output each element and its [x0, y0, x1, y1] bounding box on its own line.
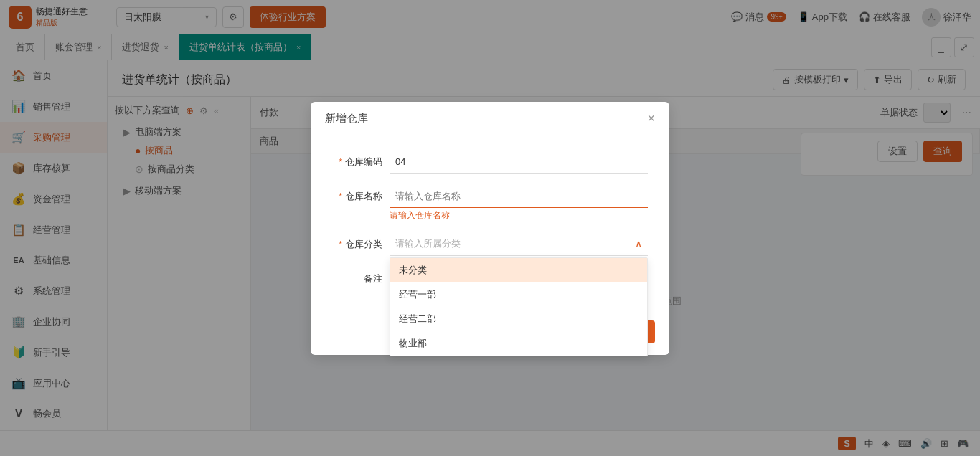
dropdown-item-0[interactable]: 未分类 — [390, 258, 647, 282]
warehouse-name-label: 仓库名称 — [332, 185, 382, 208]
category-chevron-icon: ∧ — [635, 238, 642, 250]
dialog: 新增仓库 × 仓库编码 仓库名称 请输入仓库名称 仓库分类 — [311, 102, 669, 355]
dialog-header: 新增仓库 × — [311, 102, 669, 136]
dropdown-item-3[interactable]: 物业部 — [390, 331, 647, 356]
remark-label: 备注 — [332, 267, 382, 290]
warehouse-name-input[interactable] — [390, 185, 648, 208]
warehouse-category-label: 仓库分类 — [332, 233, 382, 256]
dropdown-item-1[interactable]: 经营一部 — [390, 282, 647, 307]
category-dropdown-menu: 未分类 经营一部 经营二部 物业部 — [390, 257, 648, 356]
warehouse-code-label: 仓库编码 — [332, 151, 382, 174]
dialog-body: 仓库编码 仓库名称 请输入仓库名称 仓库分类 请输入所属分类 — [311, 136, 669, 313]
warehouse-name-error: 请输入仓库名称 — [390, 209, 648, 222]
form-row-code: 仓库编码 — [332, 151, 648, 174]
warehouse-code-field — [390, 151, 648, 174]
warehouse-category-field: 请输入所属分类 ∧ 未分类 经营一部 经营二部 物业部 — [390, 233, 648, 256]
form-row-category: 仓库分类 请输入所属分类 ∧ 未分类 经营一部 经营二部 物业部 — [332, 233, 648, 256]
warehouse-code-input[interactable] — [390, 151, 648, 174]
warehouse-name-field: 请输入仓库名称 — [390, 185, 648, 222]
dropdown-item-2[interactable]: 经营二部 — [390, 307, 647, 331]
form-row-name: 仓库名称 请输入仓库名称 — [332, 185, 648, 222]
category-placeholder: 请输入所属分类 — [395, 237, 461, 250]
category-dropdown[interactable]: 请输入所属分类 ∧ — [390, 233, 648, 256]
dialog-title: 新增仓库 — [325, 112, 368, 125]
dialog-close-button[interactable]: × — [647, 112, 655, 125]
overlay[interactable]: 新增仓库 × 仓库编码 仓库名称 请输入仓库名称 仓库分类 — [0, 0, 980, 456]
